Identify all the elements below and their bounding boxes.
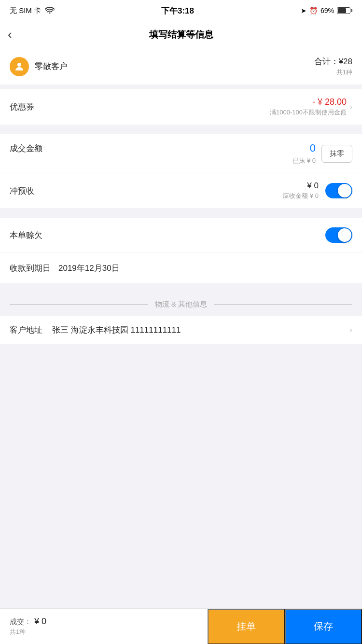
back-icon: ‹ [8, 27, 12, 42]
customer-left: 零散客户 [10, 57, 68, 76]
address-section[interactable]: 客户地址 张三 海淀永丰科技园 11111111111 › [0, 316, 362, 344]
status-right: ➤ ⏰ 69% [301, 7, 352, 14]
section-divider-2 [0, 213, 362, 218]
address-label: 客户地址 [10, 324, 42, 336]
customer-name: 零散客户 [35, 61, 68, 72]
debt-label: 本单赊欠 [10, 230, 42, 241]
content-area: 零散客户 合计：¥28 共1种 优惠券 - ¥ 28.00 满1000-100不… [0, 48, 362, 484]
total-amount: 合计：¥28 [314, 56, 352, 67]
bottom-deal-amount: ¥ 0 [34, 616, 46, 627]
coupon-right: - ¥ 28.00 满1000-100不限制使用金额 › [270, 97, 352, 117]
due-date-value: 2019年12月30日 [58, 263, 120, 274]
prereceive-label: 冲预收 [10, 185, 34, 196]
network-label: 无 SIM 卡 [10, 6, 41, 15]
bottom-count: 共1种 [10, 628, 198, 636]
amount-row: 成交金额 0 已抹 ¥ 0 抹零 [0, 134, 362, 173]
toggle-knob [338, 184, 351, 197]
amount-right: 0 已抹 ¥ 0 抹零 [292, 142, 352, 165]
coupon-right-inner: - ¥ 28.00 满1000-100不限制使用金额 [270, 97, 347, 117]
back-button[interactable]: ‹ [8, 27, 12, 42]
debt-section: 本单赊欠 收款到期日 2019年12月30日 [0, 218, 362, 283]
status-time: 下午3:18 [161, 5, 194, 16]
prereceive-amount: ¥ 0 应收金额 ¥ 0 [283, 181, 319, 200]
battery-icon [337, 7, 352, 14]
hang-button[interactable]: 挂单 [208, 609, 285, 644]
prereceive-sub: 应收金额 ¥ 0 [283, 192, 319, 200]
section-divider-1 [0, 129, 362, 134]
empty-space [0, 349, 362, 446]
svg-point-0 [17, 63, 21, 67]
wifi-icon [45, 7, 55, 15]
customer-section: 零散客户 合计：¥28 共1种 [0, 48, 362, 84]
coupon-chevron-icon: › [349, 102, 352, 112]
address-chevron-icon: › [349, 325, 352, 335]
bottom-bar: 成交： ¥ 0 共1种 挂单 保存 [0, 608, 362, 644]
address-row[interactable]: 客户地址 张三 海淀永丰科技园 11111111111 › [0, 316, 362, 344]
bottom-deal-row: 成交： ¥ 0 [10, 616, 198, 627]
prereceive-toggle[interactable] [325, 183, 352, 198]
logistics-line-left [10, 304, 148, 305]
logistics-label: 物流 & 其他信息 [148, 300, 214, 309]
prereceive-val: ¥ 0 [283, 181, 319, 191]
customer-right: 合计：¥28 共1种 [314, 56, 352, 77]
amount-label: 成交金额 [10, 142, 42, 154]
alarm-icon: ⏰ [309, 7, 318, 14]
total-count: 共1种 [314, 68, 352, 77]
round-button[interactable]: 抹零 [321, 145, 352, 163]
section-divider-3 [0, 288, 362, 293]
save-button[interactable]: 保存 [285, 609, 362, 644]
customer-row: 零散客户 合计：¥28 共1种 [0, 48, 362, 84]
coupon-discount: - ¥ 28.00 [270, 97, 347, 107]
logistics-line-right [214, 304, 352, 305]
address-value: 张三 海淀永丰科技园 11111111111 [52, 324, 349, 336]
prereceive-row: 冲预收 ¥ 0 应收金额 ¥ 0 [0, 173, 362, 208]
prereceive-right: ¥ 0 应收金额 ¥ 0 [283, 181, 352, 200]
battery-percent: 69% [320, 7, 334, 14]
bottom-deal-label: 成交： [10, 617, 31, 627]
coupon-condition: 满1000-100不限制使用金额 [270, 108, 347, 117]
logistics-header: 物流 & 其他信息 [0, 293, 362, 316]
amount-value: 0 [292, 142, 316, 154]
coupon-section[interactable]: 优惠券 - ¥ 28.00 满1000-100不限制使用金额 › [0, 89, 362, 125]
location-icon: ➤ [301, 7, 306, 14]
deal-amount-section: 成交金额 0 已抹 ¥ 0 抹零 冲预收 ¥ 0 应收金额 ¥ 0 [0, 134, 362, 208]
coupon-row[interactable]: 优惠券 - ¥ 28.00 满1000-100不限制使用金额 › [0, 89, 362, 125]
nav-bar: ‹ 填写结算等信息 [0, 21, 362, 48]
debt-toggle[interactable] [325, 227, 352, 243]
coupon-label: 优惠券 [10, 101, 34, 112]
amount-value-wrap: 0 已抹 ¥ 0 [292, 142, 316, 165]
page-title: 填写结算等信息 [149, 28, 213, 41]
bottom-summary: 成交： ¥ 0 共1种 [0, 616, 208, 636]
customer-avatar [10, 57, 29, 76]
amount-sub: 已抹 ¥ 0 [292, 156, 316, 165]
due-date-label: 收款到期日 [10, 263, 51, 274]
status-bar: 无 SIM 卡 下午3:18 ➤ ⏰ 69% [0, 0, 362, 21]
debt-row: 本单赊欠 [0, 218, 362, 252]
status-left: 无 SIM 卡 [10, 6, 55, 15]
due-date-row: 收款到期日 2019年12月30日 [0, 252, 362, 283]
debt-toggle-knob [338, 228, 351, 242]
